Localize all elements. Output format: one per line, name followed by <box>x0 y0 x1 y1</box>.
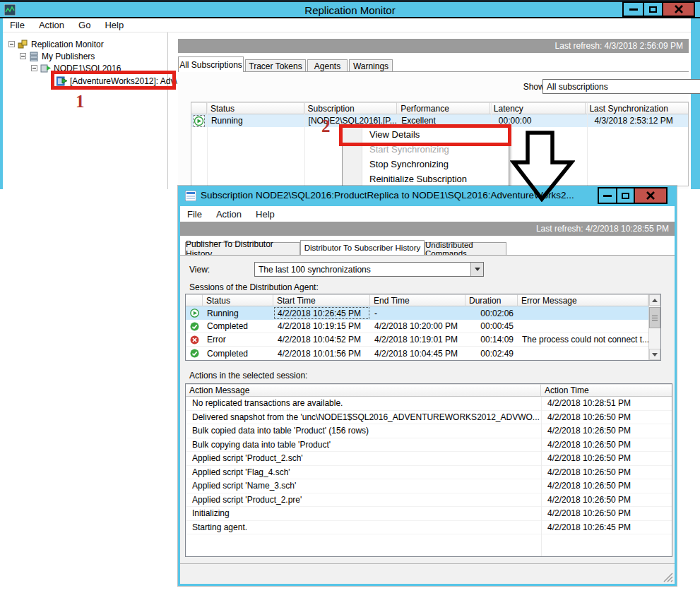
tree-label[interactable]: Replication Monitor <box>31 40 104 49</box>
history-panel: View: The last 100 synchronizations Sess… <box>180 255 675 563</box>
sessions-header-duration[interactable]: Duration <box>465 294 518 306</box>
table-row[interactable]: Applied script 'Product_2.sch' 4/2/2018 … <box>186 452 672 466</box>
completed-status-icon <box>190 349 199 358</box>
annotation-arrow-down <box>510 130 575 202</box>
close-icon <box>646 191 655 200</box>
grid-gridline <box>304 102 305 186</box>
title-bar[interactable]: Replication Monitor <box>0 2 700 18</box>
close-button[interactable] <box>662 1 695 17</box>
grid-header-status[interactable]: Status <box>207 102 304 114</box>
collapse-icon[interactable] <box>20 53 26 59</box>
tab-distributor-to-subscriber[interactable]: Distributor To Subscriber History <box>300 240 425 255</box>
menu-bar: File Action Go Help <box>3 18 695 32</box>
collapse-icon[interactable] <box>8 41 15 47</box>
cell-duration: 00:02:06 <box>465 306 518 320</box>
table-row[interactable]: Initializing 4/2/2018 10:26:50 PM <box>186 507 672 521</box>
table-row[interactable]: Completed 4/2/2018 10:01:56 PM 4/2/2018 … <box>186 347 660 360</box>
cell-duration: 00:14:09 <box>465 333 518 346</box>
table-row[interactable]: Applied script 'Product_2.pre' 4/2/2018 … <box>186 493 672 508</box>
cell-status: Running <box>207 114 304 127</box>
table-row[interactable]: Bulk copied data into table 'Product' (1… <box>186 424 672 438</box>
table-row[interactable]: Completed 4/2/2018 10:19:15 PM 4/2/2018 … <box>186 320 660 333</box>
menu-action[interactable]: Action <box>32 18 71 32</box>
scroll-down-button[interactable] <box>649 349 660 360</box>
error-status-icon <box>190 335 199 345</box>
menu-help[interactable]: Help <box>249 207 282 222</box>
table-row[interactable]: Starting agent. 4/2/2018 10:26:45 PM <box>186 521 672 535</box>
title-bar[interactable]: Subscription NODE2\SQL2016:ProductReplic… <box>178 186 677 206</box>
view-label: View: <box>189 265 210 275</box>
table-row[interactable]: No replicated transactions are available… <box>186 397 672 411</box>
actions-header-message[interactable]: Action Message <box>186 384 541 397</box>
tab-publisher-to-distributor[interactable]: Publisher To Distributor History <box>185 242 300 255</box>
show-dropdown[interactable]: All subscriptions <box>542 79 700 94</box>
sessions-header-status[interactable]: Status <box>203 294 273 306</box>
cell-action-message: Applied script 'Name_3.sch' <box>186 479 541 493</box>
scrollbar-thumb[interactable] <box>649 307 660 328</box>
tree-label[interactable]: My Publishers <box>42 52 95 61</box>
maximize-button[interactable] <box>643 1 663 17</box>
cell-end-time: - <box>370 306 465 320</box>
menu-bar: File Action Help <box>180 206 675 222</box>
chevron-up-icon <box>652 299 658 302</box>
sessions-header-icon[interactable] <box>186 294 203 306</box>
menu-action[interactable]: Action <box>209 207 249 222</box>
tree-item-replication-monitor[interactable]: Replication Monitor <box>8 38 104 50</box>
table-row[interactable]: Applied script 'Name_3.sch' 4/2/2018 10:… <box>186 479 672 493</box>
resize-grip-icon[interactable] <box>663 573 673 582</box>
table-row[interactable]: Error 4/2/2018 10:04:52 PM 4/2/2018 10:1… <box>186 333 660 347</box>
cell-error <box>518 320 648 333</box>
menu-help[interactable]: Help <box>97 18 131 32</box>
tab-undistributed-commands[interactable]: Undistributed Commands <box>425 242 506 255</box>
view-dropdown[interactable]: The last 100 synchronizations <box>254 262 484 277</box>
cell-action-time: 4/2/2018 10:26:50 PM <box>541 507 672 520</box>
maximize-button[interactable] <box>616 187 635 204</box>
table-row[interactable]: Applied script 'Flag_4.sch' 4/2/2018 10:… <box>186 466 672 480</box>
collapse-icon[interactable] <box>31 65 37 71</box>
tree-item-my-publishers[interactable]: My Publishers <box>20 50 95 62</box>
actions-header-row: Action Message Action Time <box>186 384 672 397</box>
grid-header-icon[interactable] <box>191 102 207 114</box>
actions-header-time[interactable]: Action Time <box>541 384 672 397</box>
tab-warnings[interactable]: Warnings <box>349 59 393 72</box>
cell-end-time: 4/2/2018 10:20:00 PM <box>370 320 465 333</box>
cell-action-message: Delivered snapshot from the 'unc\NODE1$S… <box>186 411 541 424</box>
menu-item-stop-synchronizing[interactable]: Stop Synchronizing <box>343 157 509 172</box>
sessions-table: Status Start Time End Time Duration Erro… <box>185 294 661 361</box>
menu-go[interactable]: Go <box>71 18 97 32</box>
maximize-icon <box>649 6 657 13</box>
grid-header-last-sync[interactable]: Last Synchronization <box>586 102 688 114</box>
last-refresh-bar: Last refresh: 4/2/2018 10:28:55 PM <box>180 222 675 236</box>
sessions-header-error[interactable]: Error Message <box>518 294 648 306</box>
sessions-header-start[interactable]: Start Time <box>273 294 370 306</box>
window-title: Replication Monitor <box>0 4 700 16</box>
sessions-label: Sessions of the Distribution Agent: <box>189 282 319 292</box>
menu-file[interactable]: File <box>3 18 32 32</box>
dropdown-button[interactable] <box>470 263 483 276</box>
close-button[interactable] <box>634 187 668 204</box>
subscription-details-window: Subscription NODE2\SQL2016:ProductReplic… <box>178 186 677 586</box>
grid-header-performance[interactable]: Performance <box>397 102 490 114</box>
table-row[interactable]: Delivered snapshot from the 'unc\NODE1$S… <box>186 411 672 425</box>
menu-file[interactable]: File <box>180 207 209 222</box>
cell-action-time: 4/2/2018 10:26:50 PM <box>541 438 672 452</box>
scroll-up-button[interactable] <box>649 294 660 306</box>
running-agent-icon <box>194 116 204 126</box>
cell-status: Error <box>203 333 273 346</box>
grid-header-latency[interactable]: Latency <box>490 102 586 114</box>
tab-agents[interactable]: Agents <box>307 59 348 72</box>
minimize-button[interactable] <box>598 187 617 204</box>
sessions-header-end[interactable]: End Time <box>370 294 465 306</box>
table-row[interactable]: Bulk copying data into table 'Product' 4… <box>186 438 672 453</box>
table-row[interactable]: Running 4/2/2018 10:26:45 PM - 00:02:06 <box>186 306 660 320</box>
annotation-number-1: 1 <box>76 92 85 112</box>
cell-action-message: No replicated transactions are available… <box>186 397 541 410</box>
tab-tracer-tokens[interactable]: Tracer Tokens <box>245 59 306 72</box>
menu-item-reinitialize-subscription[interactable]: Reinitialize Subscription <box>343 172 509 186</box>
vertical-scrollbar[interactable] <box>648 294 660 360</box>
cell-action-time: 4/2/2018 10:26:50 PM <box>541 466 672 479</box>
grid-header-subscription[interactable]: Subscription <box>304 102 398 114</box>
tab-all-subscriptions[interactable]: All Subscriptions <box>178 56 244 72</box>
close-icon <box>675 5 683 13</box>
minimize-button[interactable] <box>622 1 644 17</box>
